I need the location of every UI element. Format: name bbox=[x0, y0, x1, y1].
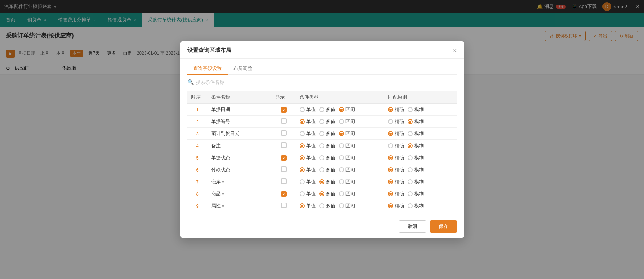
radio-circle bbox=[339, 167, 344, 172]
radio-circle bbox=[339, 119, 344, 124]
show-checkbox[interactable] bbox=[281, 118, 287, 124]
row-match: 精确模糊 bbox=[384, 176, 457, 188]
match-radio-option[interactable]: 精确 bbox=[388, 106, 404, 113]
row-show[interactable] bbox=[272, 164, 296, 176]
type-radio-option[interactable]: 多值 bbox=[319, 118, 335, 125]
type-radio-option[interactable]: 区间 bbox=[339, 203, 355, 209]
th-name: 条件名称 bbox=[208, 91, 272, 104]
show-checkbox[interactable] bbox=[281, 191, 287, 197]
radio-circle bbox=[339, 203, 344, 208]
row-show[interactable] bbox=[272, 116, 296, 128]
match-radio-option[interactable]: 模糊 bbox=[408, 106, 424, 113]
show-checkbox[interactable] bbox=[281, 155, 287, 161]
match-radio-option[interactable]: 模糊 bbox=[408, 203, 424, 209]
match-radio-option[interactable]: 精确 bbox=[388, 166, 404, 173]
radio-circle bbox=[388, 191, 393, 196]
type-radio-option[interactable]: 单值 bbox=[300, 142, 316, 149]
match-radio-option[interactable]: 精确 bbox=[388, 142, 404, 149]
match-radio-option[interactable]: 精确 bbox=[388, 130, 404, 137]
cancel-btn[interactable]: 取消 bbox=[399, 220, 426, 233]
show-checkbox[interactable] bbox=[281, 166, 287, 172]
row-match: 精确模糊 bbox=[384, 212, 457, 215]
radio-circle bbox=[319, 107, 324, 112]
type-radio-option[interactable]: 区间 bbox=[339, 178, 355, 185]
row-show[interactable] bbox=[272, 128, 296, 140]
row-name: 备注 bbox=[208, 140, 272, 152]
row-show[interactable] bbox=[272, 188, 296, 200]
row-name: 商品 ▾ bbox=[208, 188, 272, 200]
match-radio-option[interactable]: 模糊 bbox=[408, 142, 424, 149]
type-radio-option[interactable]: 多值 bbox=[319, 190, 335, 197]
type-radio-option[interactable]: 区间 bbox=[339, 190, 355, 197]
radio-circle bbox=[300, 203, 305, 208]
row-order: 7 bbox=[187, 176, 208, 188]
match-radio-option[interactable]: 模糊 bbox=[408, 166, 424, 173]
row-type: 单值多值区间 bbox=[296, 116, 384, 128]
show-checkbox[interactable] bbox=[281, 107, 287, 113]
radio-circle bbox=[388, 143, 393, 148]
row-type: 单值多值区间 bbox=[296, 140, 384, 152]
type-radio-option[interactable]: 单值 bbox=[300, 118, 316, 125]
save-btn[interactable]: 保存 bbox=[430, 220, 457, 233]
row-type: 单值多值区间 bbox=[296, 104, 384, 116]
show-checkbox[interactable] bbox=[281, 142, 287, 148]
match-radio-option[interactable]: 模糊 bbox=[408, 190, 424, 197]
row-show[interactable] bbox=[272, 140, 296, 152]
match-radio-option[interactable]: 精确 bbox=[388, 154, 404, 161]
match-radio-option[interactable]: 精确 bbox=[388, 118, 404, 125]
row-order: 2 bbox=[187, 116, 208, 128]
show-checkbox[interactable] bbox=[281, 178, 287, 184]
settings-table: 顺序 条件名称 显示 条件类型 匹配原则 1单据日期单值多值区间精确模糊2单据编… bbox=[187, 91, 457, 215]
type-radio-option[interactable]: 单值 bbox=[300, 166, 316, 173]
type-radio-option[interactable]: 单值 bbox=[300, 106, 316, 113]
radio-circle bbox=[319, 203, 324, 208]
type-radio-option[interactable]: 区间 bbox=[339, 154, 355, 161]
match-radio-option[interactable]: 模糊 bbox=[408, 130, 424, 137]
tab-layout-adjust[interactable]: 布局调整 bbox=[228, 63, 258, 75]
type-radio-option[interactable]: 多值 bbox=[319, 178, 335, 185]
match-radio-option[interactable]: 模糊 bbox=[408, 178, 424, 185]
settings-dialog: 设置查询区域布局 × 查询字段设置 布局调整 🔍 顺序 bbox=[180, 41, 464, 238]
type-radio-option[interactable]: 多值 bbox=[319, 106, 335, 113]
row-show[interactable] bbox=[272, 200, 296, 212]
show-checkbox[interactable] bbox=[281, 203, 287, 208]
type-radio-option[interactable]: 单值 bbox=[300, 190, 316, 197]
type-radio-option[interactable]: 多值 bbox=[319, 130, 335, 137]
radio-circle bbox=[408, 143, 413, 148]
row-show[interactable] bbox=[272, 104, 296, 116]
type-radio-option[interactable]: 单值 bbox=[300, 203, 316, 209]
dialog-close-btn[interactable]: × bbox=[453, 47, 457, 54]
type-radio-option[interactable]: 单值 bbox=[300, 178, 316, 185]
chevron-down-icon: ▾ bbox=[222, 192, 224, 196]
type-radio-option[interactable]: 多值 bbox=[319, 166, 335, 173]
table-row: 7仓库 ▾单值多值区间精确模糊 bbox=[187, 176, 457, 188]
radio-circle bbox=[408, 131, 413, 136]
row-show[interactable] bbox=[272, 212, 296, 215]
radio-circle bbox=[319, 131, 324, 136]
type-radio-option[interactable]: 单值 bbox=[300, 154, 316, 161]
type-radio-option[interactable]: 单值 bbox=[300, 130, 316, 137]
type-radio-option[interactable]: 区间 bbox=[339, 118, 355, 125]
type-radio-option[interactable]: 区间 bbox=[339, 106, 355, 113]
match-radio-option[interactable]: 精确 bbox=[388, 190, 404, 197]
type-radio-option[interactable]: 多值 bbox=[319, 203, 335, 209]
radio-circle bbox=[319, 179, 324, 184]
row-name: 付款状态 bbox=[208, 164, 272, 176]
match-radio-option[interactable]: 精确 bbox=[388, 203, 404, 209]
type-radio-option[interactable]: 区间 bbox=[339, 142, 355, 149]
row-show[interactable] bbox=[272, 152, 296, 164]
match-radio-option[interactable]: 模糊 bbox=[408, 118, 424, 125]
condition-search-input[interactable] bbox=[196, 79, 457, 85]
match-radio-option[interactable]: 精确 bbox=[388, 178, 404, 185]
row-show[interactable] bbox=[272, 176, 296, 188]
match-radio-option[interactable]: 模糊 bbox=[408, 154, 424, 161]
table-row: 4备注单值多值区间精确模糊 bbox=[187, 140, 457, 152]
type-radio-option[interactable]: 区间 bbox=[339, 130, 355, 137]
type-radio-option[interactable]: 区间 bbox=[339, 166, 355, 173]
show-checkbox[interactable] bbox=[281, 130, 287, 136]
type-radio-option[interactable]: 多值 bbox=[319, 154, 335, 161]
type-radio-option[interactable]: 多值 bbox=[319, 142, 335, 149]
row-order: 10 bbox=[187, 212, 208, 215]
row-name: 单据编号 bbox=[208, 116, 272, 128]
tab-query-settings[interactable]: 查询字段设置 bbox=[187, 63, 228, 75]
